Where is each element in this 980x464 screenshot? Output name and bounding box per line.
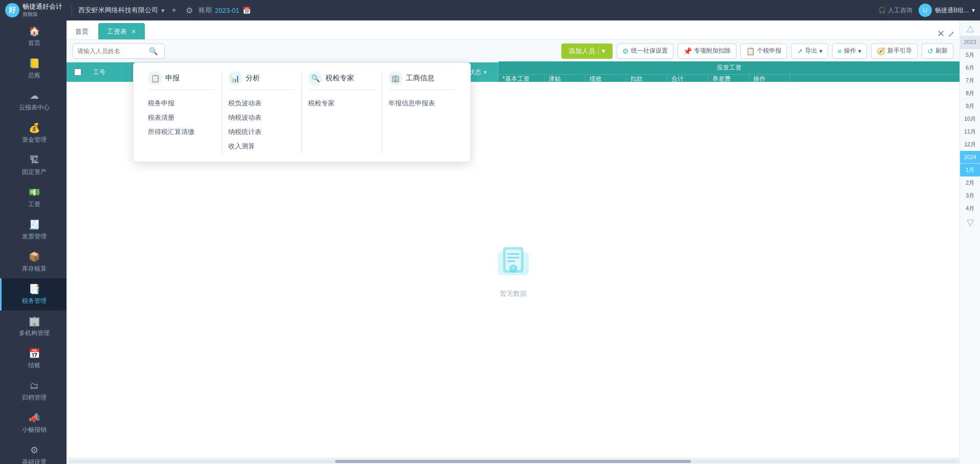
scroll-down-icon[interactable]: ▽ [960,215,980,230]
item-tax-declaration[interactable]: 税务申报 [148,96,215,111]
item-annual-report[interactable]: 年报信息申报表 [388,96,456,111]
social-insurance-button[interactable]: ⚙ 统一社保设置 [617,43,673,59]
item-income-forecast[interactable]: 收入测算 [228,139,296,153]
cloud-icon: ☁ [29,90,40,101]
svg-text:?: ? [512,266,515,272]
item-tax-burden-fluctuation[interactable]: 税负波动表 [228,96,296,111]
content-area: 首页 工资表 ✕ ✕ ⤢ 🔍 添加人员 ▾ [67,20,960,464]
salary-group-label: 应发工资 [498,61,960,75]
sidebar-label-multi-org: 多机构管理 [19,329,50,338]
headset-icon: 🎧 [878,7,886,14]
tax-report-button[interactable]: 📋 个税申报 [741,43,787,59]
sidebar-item-multi-org[interactable]: 🏢 多机构管理 [0,311,67,343]
sidebar-item-inventory[interactable]: 📦 库存核算 [0,246,67,278]
special-deduction-button[interactable]: 📌 专项附加扣除 [678,43,736,59]
month-5[interactable]: 5月 [960,49,980,61]
guide-label: 新手引导 [887,47,912,55]
settings-icon[interactable]: ⚙ [183,4,195,16]
month-2[interactable]: 2月 [960,176,980,189]
tax-report-icon: 📋 [746,47,755,55]
sidebar-item-fixed-assets[interactable]: 🏗 固定资产 [0,149,67,182]
special-deduction-icon: 📌 [683,47,692,55]
refresh-label: 刷新 [935,47,948,55]
month-8[interactable]: 8月 [960,87,980,100]
section-header-tax-expert: 🔍 税检专家 [308,71,376,90]
operations-button[interactable]: ≡ 操作 ▾ [832,43,867,59]
inventory-icon: 📦 [29,251,40,262]
declaration-icon: 📋 [148,71,162,85]
select-all-checkbox[interactable] [74,69,81,76]
sidebar-item-archive[interactable]: 🗂 归档管理 [0,375,67,407]
sidebar-item-cloud-report[interactable]: ☁ 云报表中心 [0,85,67,117]
sidebar-item-xiaochang[interactable]: 📣 小畅报销 [0,407,67,439]
user-dropdown-icon: ▾ [972,7,975,14]
dropdown-section-business-info: 🏢 工商信息 年报信息申报表 [382,71,463,153]
calendar-icon[interactable]: 📅 [243,7,251,14]
empty-icon: ? [493,242,534,283]
operations-dropdown-icon: ▾ [858,48,861,55]
main-layout: 🏠 首页 📒 总账 ☁ 云报表中心 💰 资金管理 🏗 固定资产 💵 工资 🧾 发… [0,20,980,464]
refresh-button[interactable]: ↺ 刷新 [922,43,953,59]
month-11[interactable]: 11月 [960,125,980,138]
item-tax-payment-fluctuation[interactable]: 纳税波动表 [228,111,296,125]
fixed-assets-icon: 🏗 [29,154,40,166]
scroll-up-icon[interactable]: △ [960,20,980,36]
search-input[interactable] [77,48,149,55]
svg-rect-4 [507,257,519,258]
item-tax-expert[interactable]: 税检专家 [308,96,376,111]
item-tax-form-list[interactable]: 税表清册 [148,111,215,125]
tab-close-icon[interactable]: ✕ [131,28,136,35]
th-checkbox-all[interactable] [67,69,89,76]
empty-text: 暂无数据 [500,289,527,298]
sidebar-label-tax: 税务管理 [22,297,47,305]
month-3[interactable]: 3月 [960,189,980,202]
month-1[interactable]: 1月 [960,164,980,176]
period-value: 2023-01 [215,7,239,14]
section-header-business-info: 🏢 工商信息 [388,71,456,90]
period-label: 账期 [199,6,212,15]
horizontal-scrollbar-thumb[interactable] [335,460,691,463]
item-tax-payment-statistics[interactable]: 纳税统计表 [228,125,296,139]
month-10[interactable]: 10月 [960,113,980,125]
business-info-title: 工商信息 [406,74,434,83]
month-7[interactable]: 7月 [960,74,980,87]
sidebar-item-settings[interactable]: ⚙ 基础设置 [0,439,67,464]
month-12[interactable]: 12月 [960,138,980,151]
report-status-filter-icon[interactable]: ▼ [483,70,488,75]
sidebar-item-tax[interactable]: 📑 税务管理 [0,278,67,311]
sidebar-item-invoice[interactable]: 🧾 发票管理 [0,214,67,246]
tax-expert-icon: 🔍 [308,71,322,85]
window-expand-icon[interactable]: ⤢ [948,29,954,39]
company-area: 西安虾米网络科技有限公司 ▾ + ⚙ 账期 2023-01 📅 [72,4,257,16]
guide-button[interactable]: 🧭 新手引导 [871,43,918,59]
sidebar-item-home[interactable]: 🏠 首页 [0,20,67,53]
th-number: 工号 [89,62,130,82]
item-income-tax-settlement[interactable]: 所得税汇算清缴 [148,125,215,139]
sidebar-item-ledger[interactable]: 📒 总账 [0,53,67,85]
export-button[interactable]: ↗ 导出 ▾ [791,43,828,59]
xiaochang-icon: 📣 [29,412,40,424]
invoice-icon: 🧾 [29,219,40,230]
company-dropdown-icon[interactable]: ▾ [161,7,165,14]
month-4[interactable]: 4月 [960,202,980,215]
window-close-icon[interactable]: ✕ [937,28,945,39]
dropdown-menu: 📋 申报 税务申报 税表清册 所得税汇算清缴 📊 分析 税负波动表 纳税波动表 … [133,62,471,162]
user-avatar: U [919,4,932,17]
user-area[interactable]: U 畅捷通B组... ▾ [919,4,975,17]
add-company-icon[interactable]: + [168,4,180,16]
sidebar-label-payroll: 工资 [28,200,40,209]
archive-icon: 🗂 [29,380,40,391]
sidebar-item-payroll[interactable]: 💵 工资 [0,182,67,214]
add-person-button[interactable]: 添加人员 ▾ [561,43,613,59]
sidebar-item-fund[interactable]: 💰 资金管理 [0,117,67,149]
tab-payroll[interactable]: 工资表 ✕ [98,23,145,39]
dropdown-section-analysis: 📊 分析 税负波动表 纳税波动表 纳税统计表 收入测算 [222,71,302,153]
horizontal-scrollbar-track[interactable] [69,460,957,463]
month-6[interactable]: 6月 [960,61,980,74]
service-button[interactable]: 🎧 人工咨询 [878,6,912,15]
sidebar-item-closing[interactable]: 📅 结账 [0,343,67,375]
tab-home[interactable]: 首页 [67,23,97,39]
refresh-icon: ↺ [927,47,933,55]
ledger-icon: 📒 [29,58,40,69]
month-9[interactable]: 9月 [960,100,980,113]
